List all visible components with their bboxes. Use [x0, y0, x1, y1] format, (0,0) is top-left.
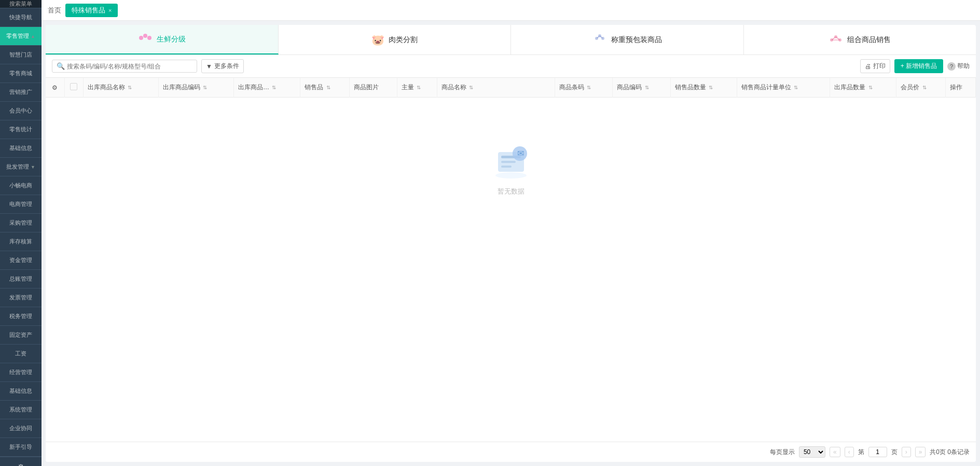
sidebar-item-retail-mgmt[interactable]: 零售管理 ▲ — [0, 27, 42, 46]
col-check[interactable] — [64, 78, 83, 98]
col-out-code-label: 出库商品编码 — [163, 84, 200, 91]
setting-icon: ⚙ — [52, 84, 58, 91]
sidebar-item-member-center[interactable]: 会员中心 — [0, 102, 42, 120]
sidebar-item-smart-store[interactable]: 智慧门店 — [0, 46, 42, 64]
sidebar-item-label: 库存核算 — [9, 238, 32, 245]
sidebar-item-tax[interactable]: 税务管理 — [0, 307, 42, 326]
filter-icon: ▼ — [206, 63, 212, 70]
weigh-pack-icon — [592, 33, 607, 47]
page-number-input[interactable] — [868, 447, 887, 457]
search-icon: 🔍 — [57, 62, 65, 70]
col-out-qty-label: 出库品数量 — [834, 84, 865, 91]
combo-icon — [829, 33, 843, 47]
home-link[interactable]: 首页 — [48, 6, 61, 15]
sidebar-item-retail-mall[interactable]: 零售商城 — [0, 64, 42, 83]
col-product-code-label: 商品编码 — [617, 84, 642, 91]
col-out-name[interactable]: 出库商品名称 ⇅ — [83, 78, 158, 98]
active-tab[interactable]: 特殊销售品 × — [65, 4, 118, 17]
sidebar-item-newbie[interactable]: 新手引导 — [0, 438, 42, 457]
col-out-code[interactable]: 出库商品编码 ⇅ — [158, 78, 233, 98]
col-image: 商品图片 — [349, 78, 397, 98]
tab-fresh-grade[interactable]: 生鲜分级 — [46, 25, 279, 54]
sidebar-item-label: 零售统计 — [9, 126, 32, 133]
sidebar-item-ecom-mgmt[interactable]: 电商管理 — [0, 195, 42, 214]
sidebar-item-sales-promo[interactable]: 营销推广 — [0, 83, 42, 102]
col-member-price[interactable]: 会员价 ⇅ — [896, 78, 945, 98]
col-out-spec[interactable]: 出库商品… ⇅ — [234, 78, 300, 98]
sidebar-item-label: 基础信息 — [9, 387, 32, 395]
sort-icon: ⇅ — [709, 85, 713, 90]
sidebar-item-purchase-mgmt[interactable]: 采购管理 — [0, 214, 42, 232]
sidebar-item-invoice[interactable]: 发票管理 — [0, 289, 42, 307]
total-label: 共0页 0条记录 — [930, 448, 970, 457]
sidebar-item-enterprise[interactable]: 企业协同 — [0, 419, 42, 438]
sort-icon: ⇅ — [417, 85, 421, 90]
sidebar-item-mini-ecom[interactable]: 小畅电商 — [0, 176, 42, 195]
print-label: 打印 — [873, 62, 886, 71]
sidebar-item-label: 税务管理 — [9, 312, 32, 320]
sidebar-item-label: 资金管理 — [9, 256, 32, 264]
sidebar-item-basic-info2[interactable]: 基础信息 — [0, 382, 42, 401]
tab-meat-cut[interactable]: 🐷 肉类分割 — [279, 25, 512, 54]
col-product-name[interactable]: 商品名称 ⇅ — [437, 78, 555, 98]
toolbar: 🔍 ▼ 更多条件 🖨 打印 + 新增销售品 ? 帮助 — [46, 55, 976, 78]
sidebar-item-label: 电商管理 — [9, 200, 32, 208]
last-page-button[interactable]: » — [915, 447, 926, 457]
col-sale-qty[interactable]: 销售品数量 ⇅ — [670, 78, 737, 98]
empty-text: 暂无数据 — [498, 187, 524, 196]
tab-weigh-pack-label: 称重预包装商品 — [611, 35, 662, 45]
col-barcode[interactable]: 商品条码 ⇅ — [555, 78, 613, 98]
first-page-button[interactable]: « — [830, 447, 840, 457]
sidebar: 搜索菜单 快捷导航 零售管理 ▲ 智慧门店 零售商城 营销推广 会员中心 零售统… — [0, 0, 42, 466]
topbar: 首页 特殊销售品 × — [42, 0, 980, 21]
col-sale-item[interactable]: 销售品 ⇅ — [300, 78, 349, 98]
chevron-down-icon: ▼ — [31, 165, 35, 170]
per-page-select[interactable]: 50 10 20 100 — [799, 446, 825, 458]
col-product-code[interactable]: 商品编码 ⇅ — [613, 78, 670, 98]
content-area: 生鲜分级 🐷 肉类分割 称重预包装商品 — [46, 25, 976, 462]
settings-button[interactable]: ⚙ — [0, 457, 42, 466]
sidebar-item-wages[interactable]: 工资 — [0, 345, 42, 363]
col-weight[interactable]: 主量 ⇅ — [397, 78, 437, 98]
filter-button[interactable]: ▼ 更多条件 — [201, 59, 244, 73]
sidebar-item-ledger[interactable]: 总账管理 — [0, 270, 42, 289]
add-sale-item-button[interactable]: + 新增销售品 — [894, 59, 943, 73]
print-button[interactable]: 🖨 打印 — [860, 59, 890, 73]
sort-icon: ⇅ — [469, 85, 473, 90]
next-page-button[interactable]: › — [902, 447, 911, 457]
sort-icon: ⇅ — [587, 85, 591, 90]
prev-page-button[interactable]: ‹ — [845, 447, 854, 457]
help-button[interactable]: ? 帮助 — [947, 62, 970, 71]
col-sale-item-label: 销售品 — [305, 84, 323, 91]
sidebar-logo[interactable]: 搜索菜单 — [0, 0, 42, 8]
sidebar-item-retail-stats[interactable]: 零售统计 — [0, 120, 42, 139]
search-input[interactable] — [67, 63, 192, 70]
col-member-price-label: 会员价 — [901, 84, 919, 91]
tab-meat-cut-label: 肉类分割 — [389, 35, 418, 45]
col-setting[interactable]: ⚙ — [46, 78, 64, 98]
svg-line-11 — [832, 37, 836, 40]
sidebar-item-biz-mgmt[interactable]: 经营管理 — [0, 363, 42, 382]
sidebar-item-label: 固定资产 — [9, 331, 32, 339]
col-sale-unit[interactable]: 销售商品计量单位 ⇅ — [737, 78, 830, 98]
svg-line-12 — [836, 37, 840, 40]
sidebar-item-label: 经营管理 — [9, 368, 32, 376]
search-box[interactable]: 🔍 — [52, 60, 197, 73]
tab-combo[interactable]: 组合商品销售 — [744, 25, 976, 54]
sidebar-item-fixed-assets[interactable]: 固定资产 — [0, 326, 42, 345]
sidebar-item-basic-info[interactable]: 基础信息 — [0, 139, 42, 158]
col-out-qty[interactable]: 出库品数量 ⇅ — [830, 78, 896, 98]
sidebar-item-wholesale-mgmt[interactable]: 批发管理 ▼ — [0, 158, 42, 176]
sidebar-item-label: 智慧门店 — [9, 51, 32, 59]
select-all-checkbox[interactable] — [70, 83, 77, 90]
svg-text:✉: ✉ — [517, 149, 524, 158]
main-area: 首页 特殊销售品 × 生鲜分级 🐷 肉类分割 — [42, 0, 980, 466]
close-tab-icon[interactable]: × — [108, 7, 112, 13]
sidebar-item-label: 零售商城 — [9, 70, 32, 77]
sidebar-item-quick-nav[interactable]: 快捷导航 — [0, 8, 42, 27]
sidebar-item-inventory[interactable]: 库存核算 — [0, 232, 42, 251]
sidebar-item-finance[interactable]: 资金管理 — [0, 251, 42, 270]
sidebar-item-label: 发票管理 — [9, 294, 32, 301]
tab-weigh-pack[interactable]: 称重预包装商品 — [511, 25, 744, 54]
sidebar-item-sys-mgmt[interactable]: 系统管理 — [0, 401, 42, 419]
